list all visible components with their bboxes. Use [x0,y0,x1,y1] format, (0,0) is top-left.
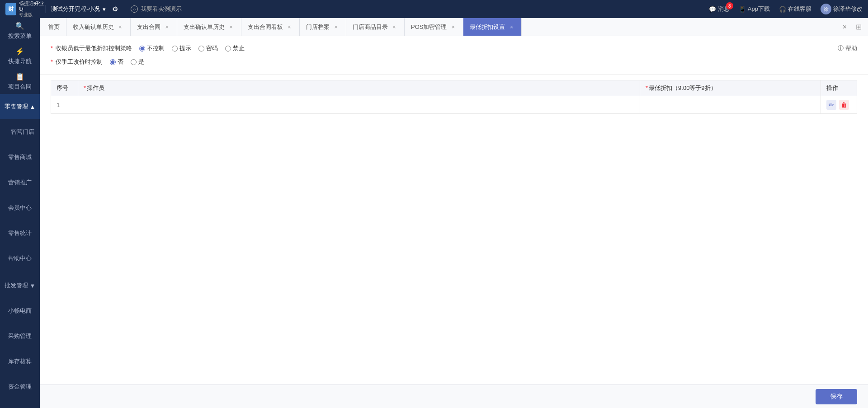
radio-manual-yes-label: 是 [138,58,144,66]
radio-forbidden[interactable]: 禁止 [225,44,245,52]
tab-payment-confirm-history-close[interactable]: × [227,23,235,31]
edit-row-btn[interactable]: ✏ [826,100,836,110]
tab-store-file-close[interactable]: × [332,23,340,31]
tab-payment-contract-board-close[interactable]: × [286,23,293,31]
sidebar-item-shortcut[interactable]: ⚡ 快捷导航 [0,43,40,69]
tab-payment-contract[interactable]: 支出合同 × [131,18,177,36]
search-icon: 🔍 [15,22,24,30]
discount-control-radio-group: 不控制 提示 密码 禁止 [139,44,245,52]
radio-manual-no-label: 否 [118,58,123,66]
tab-home-label: 首页 [48,23,60,31]
sidebar-item-inventory[interactable]: 库存核算 [0,349,40,374]
tab-store-product-catalog-label: 门店商品目录 [353,23,388,31]
form-section: * 收银员低于最低折扣控制策略 不控制 提示 [40,36,868,75]
cell-operator [78,96,640,114]
sidebar-item-retail-stats[interactable]: 零售统计 [0,220,40,246]
project-name: 测试分开完程-小况 [51,5,100,13]
online-support-btn[interactable]: 🎧 在线客服 [779,5,811,13]
tab-income-confirm-history-close[interactable]: × [117,23,124,31]
logo-text-line1: 畅捷通好业财 [19,0,45,12]
sidebar-item-ecommerce[interactable]: 小畅电商 [0,298,40,324]
discount-table: 序号 *操作员 *最低折扣（9.00等于9折） 操作 [51,80,857,114]
radio-manual-yes-input[interactable] [131,59,137,65]
sidebar-item-retail-management[interactable]: 零售管理 ▲ [0,94,40,119]
radio-password-input[interactable] [198,46,204,52]
demo-link[interactable]: ○ 我要看实例演示 [123,5,189,13]
radio-remind[interactable]: 提示 [172,44,191,52]
message-icon: 💬 [709,6,716,13]
tab-payment-contract-board[interactable]: 支出合同看板 × [241,18,300,36]
radio-password[interactable]: 密码 [198,44,218,52]
help-circle-icon: ⓘ [838,44,844,52]
main-container: 🔍 搜索菜单 ⚡ 快捷导航 📋 项目合同 零售管理 ▲ 智营门店 零售商城 营销… [0,18,868,408]
project-selector[interactable]: 测试分开完程-小况 ▾ ⚙ [45,5,123,13]
bottom-bar: 保存 [40,385,868,408]
tab-income-confirm-history-label: 收入确认单历史 [73,23,114,31]
tab-home[interactable]: 首页 [42,18,66,36]
manual-control-row: * 仅手工改价时控制 否 是 [51,58,857,66]
contract-icon: 📋 [15,72,24,81]
sidebar-item-search[interactable]: 🔍 搜索菜单 [0,18,40,43]
sidebar-item-marketing[interactable]: 营销推广 [0,170,40,195]
tab-pos-password-close[interactable]: × [449,23,457,31]
sidebar-label-retail-management: 零售管理 [5,103,28,111]
tab-pos-password-label: POS加密管理 [411,23,447,31]
messages-btn[interactable]: 💬 消息 8 [709,5,730,13]
sidebar-label-smart-store: 智营门店 [11,128,34,136]
app-download-label: App下载 [748,5,770,13]
tab-income-confirm-history[interactable]: 收入确认单历史 × [66,18,131,36]
sidebar-item-help-center[interactable]: 帮助中心 [0,246,40,271]
tab-payment-confirm-history[interactable]: 支出确认单历史 × [177,18,241,36]
sidebar-item-member-center[interactable]: 会员中心 [0,195,40,220]
sidebar-item-ledger[interactable]: 总账管理 [0,399,40,408]
radio-no-control-input[interactable] [139,46,145,52]
cell-min-discount [640,96,821,114]
radio-password-label: 密码 [206,44,218,52]
sidebar-label-shortcut: 快捷导航 [8,57,32,66]
table-scroll: 序号 *操作员 *最低折扣（9.00等于9折） 操作 [51,80,857,114]
radio-no-control-label: 不控制 [147,44,165,52]
radio-remind-input[interactable] [172,46,178,52]
action-btns: ✏ 🗑 [826,100,851,110]
sidebar-item-smart-store[interactable]: 智营门店 [0,119,40,145]
sidebar-item-finance[interactable]: 资金管理 [0,374,40,399]
radio-no-control[interactable]: 不控制 [139,44,165,52]
user-name: 徐泽华修改 [833,5,863,13]
dropdown-icon: ▾ [103,6,106,13]
radio-manual-no-input[interactable] [110,59,116,65]
tab-payment-contract-close[interactable]: × [163,23,170,31]
sidebar-item-project-contract[interactable]: 📋 项目合同 [0,69,40,94]
delete-row-btn[interactable]: 🗑 [839,100,849,110]
sidebar-label-marketing: 营销推广 [8,178,32,187]
tab-min-discount-settings-label: 最低折扣设置 [470,23,505,31]
sidebar-item-batch-management[interactable]: 批发管理 ▼ [0,273,40,298]
radio-manual-yes[interactable]: 是 [131,58,144,66]
logo-text-line2: 专业版 [19,12,45,18]
tab-bar: 首页 收入确认单历史 × 支出合同 × 支出确认单历史 × 支出合同看板 × 门… [40,18,868,36]
tab-store-product-catalog-close[interactable]: × [391,23,398,31]
sidebar-item-purchase[interactable]: 采购管理 [0,324,40,349]
sidebar-label-search: 搜索菜单 [8,32,32,40]
user-menu-btn[interactable]: 徐 徐泽华修改 [821,4,863,14]
shortcut-icon: ⚡ [15,47,24,56]
app-download-btn[interactable]: 📱 App下载 [739,5,770,13]
tab-store-product-catalog[interactable]: 门店商品目录 × [346,18,405,36]
sidebar-label-inventory: 库存核算 [8,357,32,366]
radio-forbidden-input[interactable] [225,46,231,52]
sidebar-item-retail-mall[interactable]: 零售商城 [0,145,40,170]
page-content: * 收银员低于最低折扣控制策略 不控制 提示 [40,36,868,385]
table-body: 1 ✏ 🗑 [51,96,857,114]
tab-pos-password[interactable]: POS加密管理 × [405,18,463,36]
sidebar: 🔍 搜索菜单 ⚡ 快捷导航 📋 项目合同 零售管理 ▲ 智营门店 零售商城 营销… [0,18,40,408]
close-tab-btn[interactable]: × [840,22,849,32]
tab-store-file[interactable]: 门店档案 × [300,18,346,36]
help-btn[interactable]: ⓘ 帮助 [838,44,857,52]
tab-min-discount-settings[interactable]: 最低折扣设置 × [463,18,522,36]
expand-tabs-btn[interactable]: ⊞ [853,22,864,32]
avatar: 徐 [821,4,831,14]
table-section: 序号 *操作员 *最低折扣（9.00等于9折） 操作 [40,75,868,119]
tab-min-discount-settings-close[interactable]: × [508,23,515,31]
settings-icon[interactable]: ⚙ [112,5,118,13]
radio-manual-no[interactable]: 否 [110,58,123,66]
save-button[interactable]: 保存 [816,389,857,404]
